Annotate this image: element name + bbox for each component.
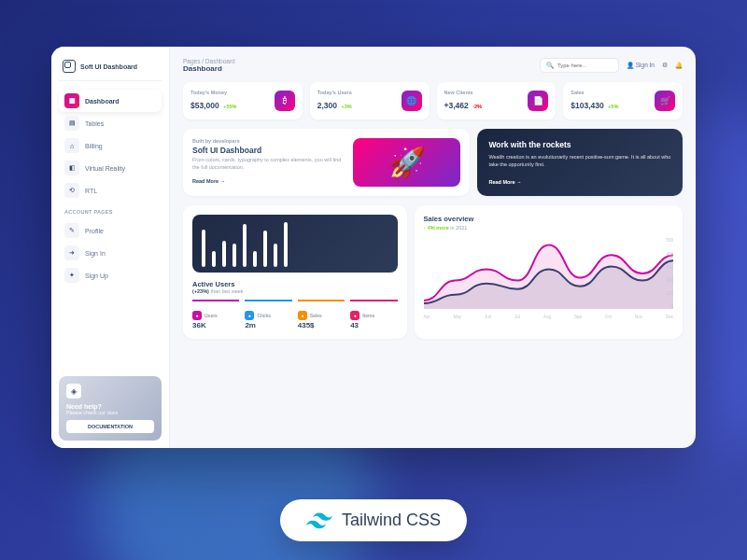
help-title: Need help? — [66, 403, 154, 410]
sign in-icon: ➜ — [64, 245, 79, 260]
dev-body: From colors, cards, typography to comple… — [192, 157, 344, 171]
dev-sub: Built by developers — [192, 138, 344, 144]
active-users-card: Active Users (+23%) than last week ●User… — [183, 205, 407, 339]
active-sub: (+23%) than last week — [192, 288, 398, 294]
stat-icon: 🌐 — [402, 91, 422, 111]
stat-card: Today's Users2,300 +3%🌐 — [310, 82, 430, 119]
bar — [274, 244, 277, 267]
breadcrumb: Pages / Dashboard Dashboard — [183, 58, 235, 73]
stat-card: Sales$103,430 +5%🛒 — [563, 82, 683, 119]
sidebar-item-sign-in[interactable]: ➜Sign In — [59, 242, 162, 264]
sales-card: Sales overview ↑ 4% more in 2021 5004003… — [415, 205, 683, 339]
stat-card: New Clients+3,462 -2%📄 — [437, 82, 557, 119]
brand-label: Soft UI Dashboard — [80, 63, 137, 70]
bar — [243, 224, 247, 267]
work-title: Work with the rockets — [488, 140, 671, 149]
sign up-icon: ✦ — [64, 268, 79, 283]
bar — [233, 244, 236, 267]
work-card: Work with the rockets Wealth creation is… — [477, 129, 683, 196]
tables-icon: ▤ — [64, 116, 79, 131]
stat-icon: ₿ — [275, 91, 295, 111]
help-card: ◈ Need help? Please check our docs DOCUM… — [59, 376, 162, 441]
signin-link[interactable]: 👤 Sign In — [627, 62, 655, 69]
sidebar-item-rtl[interactable]: ⟲RTL — [59, 179, 162, 202]
sidebar: Soft UI Dashboard ▦Dashboard▤Tables⌂Bill… — [51, 47, 170, 448]
brand[interactable]: Soft UI Dashboard — [59, 60, 162, 81]
bell-icon[interactable]: 🔔 — [675, 62, 683, 69]
sidebar-item-billing[interactable]: ⌂Billing — [59, 134, 162, 157]
dashboard-frame: Soft UI Dashboard ▦Dashboard▤Tables⌂Bill… — [51, 47, 696, 448]
tailwind-label: Tailwind CSS — [342, 511, 441, 530]
mini-stat: ●Items43 — [350, 300, 397, 329]
stats-row: Today's Money$53,000 +55%₿Today's Users2… — [183, 82, 683, 119]
billing-icon: ⌂ — [64, 138, 79, 153]
search-box[interactable]: 🔍 — [540, 58, 619, 73]
sales-title: Sales overview — [424, 215, 673, 223]
sales-line-chart: 5004003002001000 AprMayJunJulAugSepOctNo… — [424, 238, 673, 320]
bar — [263, 231, 267, 267]
logo-icon — [63, 60, 76, 73]
sales-sub: ↑ 4% more in 2021 — [424, 225, 673, 231]
page-title: Dashboard — [183, 64, 235, 73]
tailwind-badge: Tailwind CSS — [280, 499, 467, 541]
bar — [253, 251, 257, 267]
mini-stat: ●Users36K — [192, 300, 239, 329]
rocket-icon: 🚀 — [388, 145, 426, 180]
diamond-icon: ◈ — [66, 384, 81, 399]
search-icon: 🔍 — [546, 62, 554, 69]
stat-icon: 📄 — [528, 91, 548, 111]
bar — [202, 230, 205, 267]
active-users-bar-chart — [192, 215, 398, 273]
nav-section-label: ACCOUNT PAGES — [59, 204, 162, 217]
help-sub: Please check our docs — [66, 410, 154, 415]
rtl-icon: ⟲ — [64, 183, 79, 198]
bar — [222, 241, 226, 267]
stat-card: Today's Money$53,000 +55%₿ — [183, 82, 303, 119]
topbar: Pages / Dashboard Dashboard 🔍 👤 Sign In … — [183, 58, 683, 73]
documentation-button[interactable]: DOCUMENTATION — [66, 420, 154, 433]
sidebar-item-profile[interactable]: ✎Profile — [59, 219, 162, 242]
sidebar-item-tables[interactable]: ▤Tables — [59, 112, 162, 134]
mini-stat: ●Sales435$ — [298, 300, 345, 329]
sidebar-item-dashboard[interactable]: ▦Dashboard — [59, 90, 162, 112]
stat-icon: 🛒 — [655, 91, 675, 111]
mini-stat: ●Clicks2m — [245, 300, 291, 329]
profile-icon: ✎ — [64, 223, 79, 238]
rocket-image: 🚀 — [353, 138, 460, 187]
tailwind-icon — [306, 512, 332, 529]
work-readmore-link[interactable]: Read More → — [488, 179, 671, 185]
sidebar-item-sign-up[interactable]: ✦Sign Up — [59, 264, 162, 287]
bar — [284, 222, 288, 267]
sidebar-item-virtual-reality[interactable]: ◧Virtual Reality — [59, 157, 162, 179]
main-content: Pages / Dashboard Dashboard 🔍 👤 Sign In … — [170, 47, 696, 448]
search-input[interactable] — [557, 63, 613, 68]
dev-card: Built by developers Soft UI Dashboard Fr… — [183, 129, 470, 196]
gear-icon[interactable]: ⚙ — [662, 62, 668, 69]
active-title: Active Users — [192, 280, 398, 288]
dev-title: Soft UI Dashboard — [192, 146, 344, 155]
bar — [212, 251, 216, 267]
dev-readmore-link[interactable]: Read More → — [192, 178, 344, 184]
virtual reality-icon: ◧ — [64, 161, 79, 175]
work-body: Wealth creation is an evolutionarily rec… — [488, 154, 671, 168]
dashboard-icon: ▦ — [64, 93, 79, 108]
